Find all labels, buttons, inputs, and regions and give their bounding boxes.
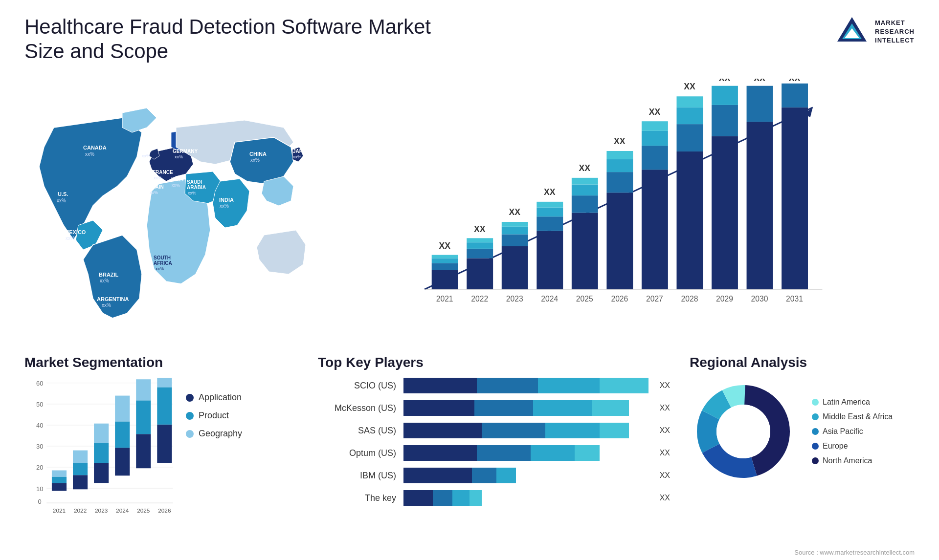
svg-rect-115 xyxy=(52,471,67,477)
svg-text:xx%: xx% xyxy=(172,183,180,188)
svg-text:30: 30 xyxy=(36,443,43,450)
player-name: SAS (US) xyxy=(318,426,396,436)
svg-rect-72 xyxy=(676,151,703,289)
svg-rect-62 xyxy=(606,193,633,289)
svg-text:XX: XX xyxy=(474,224,486,234)
svg-rect-52 xyxy=(537,231,563,289)
player-bar xyxy=(403,468,648,483)
svg-text:U.K.: U.K. xyxy=(142,148,152,153)
svg-rect-70 xyxy=(642,121,668,131)
svg-text:U.S.: U.S. xyxy=(58,191,68,197)
player-name: SCIO (US) xyxy=(318,381,396,391)
svg-rect-123 xyxy=(94,424,109,443)
legend-europe: Europe xyxy=(812,442,893,451)
svg-rect-45 xyxy=(467,238,493,242)
player-row-mckesson: McKesson (US) XX xyxy=(318,400,670,416)
svg-text:20: 20 xyxy=(36,464,43,471)
svg-rect-85 xyxy=(782,84,808,108)
player-name: McKesson (US) xyxy=(318,403,396,413)
svg-rect-117 xyxy=(73,475,88,489)
svg-rect-134 xyxy=(157,387,172,424)
regional-donut-chart xyxy=(690,378,797,485)
svg-text:xx%: xx% xyxy=(175,154,183,159)
svg-text:10: 10 xyxy=(36,485,43,493)
player-name: IBM (US) xyxy=(318,471,396,481)
svg-text:INDIA: INDIA xyxy=(219,197,234,203)
svg-rect-84 xyxy=(782,108,808,289)
regional-dot-europe xyxy=(812,443,819,450)
svg-text:XX: XX xyxy=(649,107,661,116)
svg-text:2027: 2027 xyxy=(646,294,663,302)
svg-rect-75 xyxy=(676,96,703,108)
svg-rect-82 xyxy=(747,86,773,122)
svg-text:xx%: xx% xyxy=(156,266,164,271)
svg-rect-38 xyxy=(432,263,458,270)
segmentation-chart: 60 50 40 30 20 10 0 xyxy=(24,378,176,515)
svg-text:40: 40 xyxy=(36,422,43,429)
key-players-title: Top Key Players xyxy=(318,355,670,370)
regional-dot-latin xyxy=(812,399,819,406)
svg-rect-130 xyxy=(136,400,151,434)
svg-text:SAUDI: SAUDI xyxy=(187,179,202,185)
svg-text:ITALY: ITALY xyxy=(171,177,185,182)
svg-text:2028: 2028 xyxy=(681,294,698,302)
svg-rect-129 xyxy=(136,434,151,468)
logo: MARKET RESEARCH INTELLECT xyxy=(835,15,915,49)
svg-text:xx%: xx% xyxy=(102,302,111,308)
svg-text:2022: 2022 xyxy=(74,507,87,514)
svg-rect-39 xyxy=(432,258,458,263)
svg-rect-42 xyxy=(467,258,493,289)
source-text: Source : www.marketresearchintellect.com xyxy=(794,549,915,556)
svg-rect-37 xyxy=(432,270,458,289)
svg-text:ARABIA: ARABIA xyxy=(187,185,206,190)
svg-rect-59 xyxy=(572,184,598,195)
svg-text:2024: 2024 xyxy=(541,294,558,302)
player-row-sas: SAS (US) XX xyxy=(318,423,670,438)
svg-text:xx%: xx% xyxy=(154,175,162,180)
bar-chart-section: XX XX XX XX XX xyxy=(303,74,939,333)
svg-text:XX: XX xyxy=(544,187,556,197)
svg-rect-113 xyxy=(52,483,67,491)
svg-rect-65 xyxy=(606,151,633,159)
svg-rect-78 xyxy=(712,105,738,136)
svg-text:BRAZIL: BRAZIL xyxy=(99,272,119,278)
svg-rect-69 xyxy=(642,131,668,146)
svg-rect-67 xyxy=(642,170,668,289)
svg-text:2024: 2024 xyxy=(116,507,129,514)
svg-text:xx%: xx% xyxy=(293,154,301,159)
svg-rect-54 xyxy=(537,207,563,216)
svg-rect-47 xyxy=(502,246,528,289)
page-header: Healthcare Fraud Detection Software Mark… xyxy=(0,0,939,74)
player-name: Optum (US) xyxy=(318,448,396,458)
svg-rect-60 xyxy=(572,178,598,185)
svg-rect-43 xyxy=(467,249,493,258)
regional-dot-mea xyxy=(812,413,819,420)
player-row-thekey: The key XX xyxy=(318,490,670,506)
svg-text:2025: 2025 xyxy=(137,507,150,514)
svg-text:xx%: xx% xyxy=(66,236,75,241)
svg-text:50: 50 xyxy=(36,401,43,408)
svg-point-142 xyxy=(716,405,770,458)
player-row-optum: Optum (US) XX xyxy=(318,445,670,461)
svg-text:xx%: xx% xyxy=(142,153,150,158)
svg-text:XX: XX xyxy=(579,163,591,173)
regional-dot-apac xyxy=(812,428,819,435)
svg-rect-119 xyxy=(73,451,88,463)
svg-rect-125 xyxy=(115,448,130,475)
svg-text:2023: 2023 xyxy=(95,507,108,514)
svg-text:60: 60 xyxy=(36,380,43,387)
svg-rect-40 xyxy=(432,255,458,258)
page-title: Healthcare Fraud Detection Software Mark… xyxy=(24,15,465,64)
svg-rect-77 xyxy=(712,136,738,289)
svg-rect-114 xyxy=(52,476,67,483)
svg-text:XX: XX xyxy=(439,241,450,251)
svg-text:xx%: xx% xyxy=(250,157,260,163)
regional-title: Regional Analysis xyxy=(690,355,915,370)
svg-rect-55 xyxy=(537,202,563,208)
player-bar xyxy=(403,490,648,506)
regional-dot-na xyxy=(812,457,819,464)
svg-text:2031: 2031 xyxy=(786,294,803,302)
svg-text:ARGENTINA: ARGENTINA xyxy=(97,296,129,302)
svg-rect-64 xyxy=(606,159,633,172)
svg-text:2030: 2030 xyxy=(751,294,768,302)
